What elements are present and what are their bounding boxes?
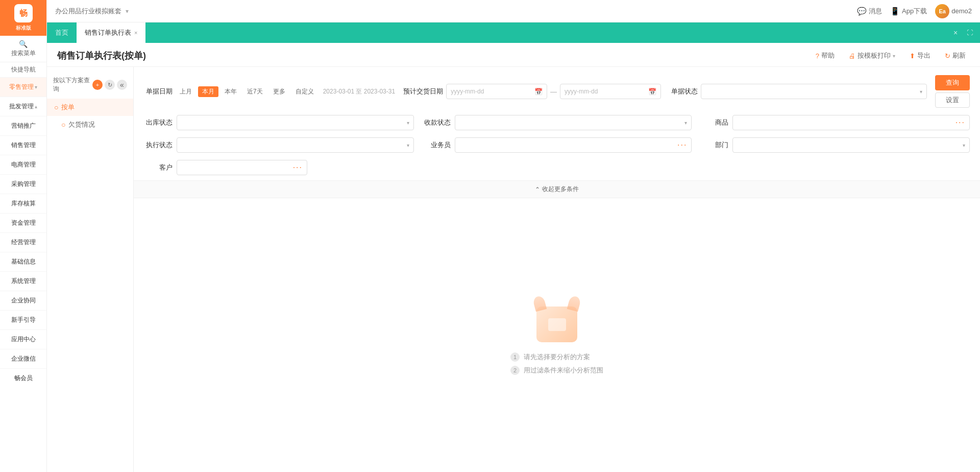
export-label: 导出	[917, 51, 930, 60]
sidebar-item-marketing[interactable]: 营销推广	[0, 116, 46, 135]
exec-status-select[interactable]: ▾	[177, 137, 414, 153]
sidebar-item-newbie[interactable]: 新手引导	[0, 310, 46, 329]
export-btn[interactable]: ⬆ 导出	[905, 49, 935, 62]
sidebar-item-system[interactable]: 系统管理	[0, 271, 46, 291]
forecast-date-label: 预计交货日期	[403, 87, 443, 96]
sidebar-item-finance-label: 资金管理	[11, 219, 36, 227]
status-arrow-icon: ▾	[920, 89, 922, 95]
goods-dots-icon[interactable]: ···	[955, 118, 965, 127]
tab-close-icon[interactable]: ×	[134, 30, 137, 36]
refresh-scheme-btn[interactable]: ↻	[105, 80, 115, 90]
print-btn[interactable]: 🖨 按模板打印 ▾	[845, 49, 899, 62]
sidebar-item-operations[interactable]: 经营管理	[0, 232, 46, 252]
salesperson-dots-icon[interactable]: ···	[677, 140, 687, 150]
tabs-bar: 首页 销售订单执行表 × × ⛶	[47, 22, 980, 43]
date-range-display: 2023-03-01 至 2023-03-31	[323, 87, 395, 96]
scheme-item-by-order[interactable]: ○ 按单	[47, 99, 133, 116]
forecast-date-start-input[interactable]: yyyy-mm-dd 📅	[446, 84, 547, 99]
window-close-btn[interactable]: ×	[949, 27, 962, 39]
date-tab-7days[interactable]: 近7天	[243, 86, 267, 97]
customer-dots-icon[interactable]: ···	[293, 163, 303, 172]
out-status-group: 出库状态 ▾	[144, 115, 414, 130]
query-button[interactable]: 查询	[935, 75, 970, 90]
sidebar-item-ecommerce[interactable]: 电商管理	[0, 155, 46, 174]
salesperson-group: 业务员 ···	[422, 137, 692, 153]
refresh-btn[interactable]: ↻ 刷新	[941, 49, 970, 62]
salesperson-select[interactable]: ···	[455, 137, 692, 153]
avatar: Ea	[935, 4, 949, 18]
date-tab-this-month[interactable]: 本月	[198, 86, 218, 97]
goods-select[interactable]: ···	[732, 115, 970, 130]
exec-arrow: ▾	[407, 143, 409, 148]
date-tab-custom[interactable]: 自定义	[291, 86, 318, 97]
left-panel: 按以下方案查询 + ↻ « ○ 按单 ○ 欠	[47, 67, 134, 472]
sidebar-item-retail[interactable]: 零售管理 ▾	[0, 77, 46, 97]
download-icon: 📱	[890, 7, 900, 16]
sidebar-quicknav[interactable]: 快捷导航	[0, 62, 46, 77]
tab-home[interactable]: 首页	[47, 22, 77, 43]
window-expand-btn[interactable]: ⛶	[964, 27, 976, 39]
tabs-window-controls: × ⛶	[949, 27, 980, 39]
sidebar-item-appcenter[interactable]: 应用中心	[0, 329, 46, 349]
chevron-up-icon: ▴	[35, 104, 37, 109]
tab-sales-order[interactable]: 销售订单执行表 ×	[77, 22, 145, 43]
search-menu-label: 搜索菜单	[11, 50, 36, 57]
date-placeholder-1: yyyy-mm-dd	[451, 88, 484, 95]
main-area: 办公用品行业模拟账套 ▾ 💬 消息 📱 App下载 Ea demo2 首页 销售…	[47, 0, 980, 472]
calendar-icon-1: 📅	[534, 88, 543, 96]
receipt-status-select[interactable]: ▾	[455, 115, 692, 130]
print-icon: 🖨	[849, 52, 855, 60]
left-panel-header: 按以下方案查询 + ↻ «	[47, 73, 133, 97]
sidebar-item-finance[interactable]: 资金管理	[0, 213, 46, 232]
date-tab-last-month[interactable]: 上月	[176, 86, 196, 97]
scheme-item-shortage[interactable]: ○ 欠货情况	[47, 116, 133, 133]
topbar-dropdown-icon[interactable]: ▾	[126, 8, 129, 15]
out-status-select[interactable]: ▾	[177, 115, 414, 130]
help-icon: ?	[816, 52, 819, 60]
customer-select[interactable]: ···	[177, 160, 307, 175]
page-actions: ? 帮助 🖨 按模板打印 ▾ ⬆ 导出 ↻ 刷新	[812, 49, 970, 62]
sidebar-search-item[interactable]: 🔍 标准版 搜索菜单	[0, 36, 46, 62]
sidebar-item-sales[interactable]: 销售管理	[0, 135, 46, 155]
sidebar-item-collab[interactable]: 企业协同	[0, 291, 46, 310]
date-tab-this-year[interactable]: 本年	[220, 86, 241, 97]
collapse-filters-btn[interactable]: ⌃ 收起更多条件	[134, 181, 980, 198]
collapse-panel-btn[interactable]: «	[117, 80, 127, 90]
sidebar-item-wholesale[interactable]: 批发管理 ▴	[0, 97, 46, 116]
sidebar-item-member[interactable]: 畅会员	[0, 368, 46, 388]
download-action[interactable]: 📱 App下载	[890, 7, 927, 16]
exec-status-group: 执行状态 ▾	[144, 137, 414, 153]
dept-arrow: ▾	[963, 143, 965, 148]
dept-group: 部门 ▾	[700, 137, 970, 153]
hint-num-1: 1	[510, 352, 520, 362]
user-section[interactable]: Ea demo2	[935, 4, 972, 18]
collapse-icon: «	[120, 81, 124, 89]
print-dropdown-icon: ▾	[893, 53, 895, 59]
status-select[interactable]: ▾	[701, 84, 927, 99]
customer-group: 客户 ···	[144, 160, 307, 175]
sidebar-item-purchase[interactable]: 采购管理	[0, 174, 46, 194]
sidebar-item-basics[interactable]: 基础信息	[0, 252, 46, 271]
add-scheme-btn[interactable]: +	[92, 80, 103, 90]
dept-select[interactable]: ▾	[732, 137, 970, 153]
forecast-date-end-input[interactable]: yyyy-mm-dd 📅	[560, 84, 661, 99]
date-tabs: 上月 本月 本年 近7天 更多 自定义	[176, 86, 318, 97]
refresh-scheme-icon: ↻	[108, 82, 112, 88]
status-filter-label: 单据状态	[669, 87, 698, 96]
filter-row-3: 执行状态 ▾ 业务员 ···	[144, 137, 970, 153]
message-action[interactable]: 💬 消息	[857, 7, 882, 16]
calendar-icon-2: 📅	[648, 88, 656, 96]
settings-button[interactable]: 设置	[935, 92, 970, 108]
message-label: 消息	[869, 7, 882, 16]
date-placeholder-2: yyyy-mm-dd	[565, 88, 598, 95]
page-header: 销售订单执行表(按单) ? 帮助 🖨 按模板打印 ▾ ⬆ 导出 ↻ 刷新	[47, 43, 980, 67]
sidebar-item-inventory[interactable]: 库存核算	[0, 194, 46, 213]
date-tab-more[interactable]: 更多	[269, 86, 289, 97]
topbar-right: 💬 消息 📱 App下载 Ea demo2	[857, 4, 972, 18]
help-btn[interactable]: ? 帮助	[812, 49, 839, 62]
sidebar-item-wechat[interactable]: 企业微信	[0, 349, 46, 368]
sidebar-logo: 畅 标准版	[0, 0, 46, 36]
filter-area: 单据日期 上月 本月 本年 近7天 更多 自定义 2023-03-01 至 20…	[134, 67, 980, 181]
empty-state: 1 请先选择要分析的方案 2 用过滤条件来缩小分析范围	[134, 198, 980, 472]
sidebar-item-marketing-label: 营销推广	[11, 122, 36, 130]
